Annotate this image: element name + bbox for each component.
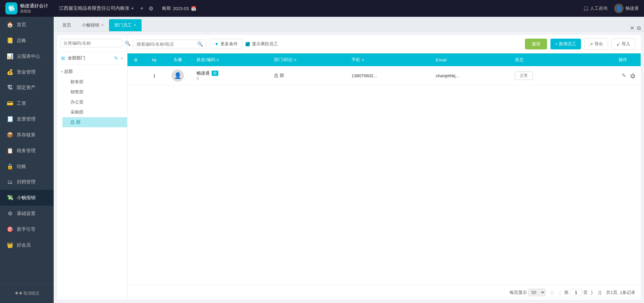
sidebar-item-label: 税务管理 [17,148,36,154]
logo-icon: 畅 [5,2,17,14]
tax-icon: 📋 [7,147,13,154]
sidebar-item-closing[interactable]: 🔒 结账 [0,159,54,174]
phone-sort-icon: ⇅ [362,58,364,62]
page-label: 页 [583,290,588,296]
th-settings[interactable]: ⚙ [127,53,144,66]
name-sort-icon: ⇅ [216,58,219,62]
sidebar-item-label: 总账 [17,38,26,44]
close-dept-tab[interactable]: × [134,23,136,28]
tab-bar: 首页 小畅报销 × 部门员工 × ✕ ⧉ [54,17,644,32]
main-layout: 🏠 首页 📒 总账 📊 云报表中心 💰 资金管理 🏗 固定资产 💳 工资 🧾 发… [0,17,644,303]
dept-child-general[interactable]: 总 部 [62,117,127,127]
th-name[interactable]: 姓名/编码 ⇅ [191,53,269,66]
export-label: 导出 [594,41,603,47]
edit-button[interactable]: ✎ [622,73,626,79]
add-employee-button[interactable]: + 新增员工 [550,39,581,49]
service-label: 人工咨询 [590,5,607,11]
import-button[interactable]: ↙ 导入 [611,38,635,50]
unpin-button[interactable]: ◀◀ 取消固定 [0,288,54,299]
tab-dept-label: 部门员工 [114,22,132,28]
dept-edit-icon[interactable]: ✎ [114,55,118,61]
dept-child-finance[interactable]: 财务部 [62,77,127,87]
sidebar-item-ledger[interactable]: 📒 总账 [0,33,54,48]
sidebar-item-expense[interactable]: 💸 小畅报销 [0,190,54,206]
th-email: Email [430,53,509,66]
company-selector[interactable]: 江西服宝精品有限责任公司内账张 ▾ [59,5,133,11]
sidebar-item-settings[interactable]: ⚙ 基础设置 [0,206,54,221]
close-tab-action[interactable]: ✕ [630,25,634,31]
restore-tab-action[interactable]: ⧉ [637,25,641,31]
filter-label: 更多条件 [220,41,238,47]
home-icon: 🏠 [7,21,13,28]
sidebar-item-label: 归档管理 [17,179,36,185]
sidebar-item-label: 好会员 [17,242,31,248]
add-button[interactable]: + [140,5,143,11]
sidebar-item-invoice[interactable]: 🧾 发票管理 [0,111,54,127]
app-name: 畅捷通好会计 [20,3,48,9]
export-button[interactable]: ↗ 导出 [584,38,608,50]
tab-dept-employee[interactable]: 部门员工 × [109,19,142,31]
next-page-button[interactable]: ⟩ [589,289,595,296]
first-page-button[interactable]: ⟨⟨ [548,289,556,296]
last-page-button[interactable]: ⟩⟩ [596,289,603,296]
period-selector[interactable]: 账期 2023-03 📅 [162,5,196,11]
th-dept[interactable]: 部门/职位 ⇅ [269,53,346,66]
more-filter-button[interactable]: ▼ 更多条件 [210,39,242,49]
main-toolbar: 🔍 ▼ 更多条件 显示离职员工 邀请 + 新增员工 ↗ [127,35,641,53]
dept-child-sales[interactable]: 销售部 [62,87,127,97]
sidebar-item-guide[interactable]: 🎯 新手引导 [0,221,54,237]
department-panel: 🔍 ⊞ 全部部门 ✎ « ▾ 总部 [57,35,127,300]
row-phone: 138070602... [346,66,430,85]
page-number-input[interactable] [570,289,582,296]
topbar-right: 🎧 人工咨询 👤 畅捷通 [583,4,639,13]
sidebar-item-salary[interactable]: 💳 工资 [0,95,54,111]
child-purchase-label: 采购部 [70,109,84,115]
employee-code: 0 [197,76,263,81]
sidebar-item-label: 库存核算 [17,132,36,138]
row-actions: ✎ ⏻ [577,66,641,85]
app-edition: 旗舰版 [20,9,48,14]
filter-icon: ▼ [214,41,219,47]
dept-node-root[interactable]: ▾ 总部 [57,66,127,77]
sidebar: 🏠 首页 📒 总账 📊 云报表中心 💰 资金管理 🏗 固定资产 💳 工资 🧾 发… [0,17,54,303]
logout-button[interactable]: ⏻ [630,73,635,79]
show-resigned-checkbox[interactable]: 显示离职员工 [246,41,278,47]
page-size-select[interactable]: 20 50 100 [528,289,546,296]
employee-search-icon[interactable]: 🔍 [197,41,203,47]
child-general-label: 总 部 [70,119,80,125]
tab-home[interactable]: 首页 [57,19,76,31]
company-name: 江西服宝精品有限责任公司内账张 [59,5,129,11]
table: ⚙ № 头像 姓名/编码 ⇅ 部门/职位 ⇅ [127,53,641,85]
dept-search-input[interactable] [60,39,123,47]
dept-collapse-icon[interactable]: « [121,56,123,60]
sidebar-item-assets[interactable]: 🏗 固定资产 [0,80,54,95]
dept-child-purchase[interactable]: 采购部 [62,107,127,117]
sidebar-item-inventory[interactable]: 📦 库存核算 [0,127,54,143]
dept-search-bar: 🔍 [57,35,127,52]
row-avatar-cell: 👤 [164,66,191,85]
child-finance-label: 财务部 [70,79,84,85]
th-phone[interactable]: 手机 ⇅ [346,53,430,66]
user-menu[interactable]: 👤 畅捷通 [614,4,639,13]
sidebar-item-funds[interactable]: 💰 资金管理 [0,64,54,80]
sidebar-item-reports[interactable]: 📊 云报表中心 [0,48,54,64]
sidebar-item-members[interactable]: 👑 好会员 [0,237,54,253]
close-expense-tab[interactable]: × [101,23,104,28]
expand-arrow: ▾ [61,70,63,74]
page-size-selector: 每页显示 20 50 100 [509,289,546,296]
dept-child-office[interactable]: 办公室 [62,97,127,107]
all-dept-label: 全部部门 [68,55,85,61]
invite-button[interactable]: 邀请 [525,39,547,49]
tab-expense-label: 小畅报销 [82,22,99,28]
settings-button[interactable]: ⚙ [149,5,153,12]
tab-expense[interactable]: 小畅报销 × [76,19,109,31]
settings-icon: ⚙ [7,210,13,217]
sidebar-item-archive[interactable]: 🗂 归档管理 [0,174,54,190]
prev-page-button[interactable]: ⟨ [557,289,563,296]
sidebar-item-label: 首页 [17,22,26,28]
sidebar-item-home[interactable]: 🏠 首页 [0,17,54,33]
service-button[interactable]: 🎧 人工咨询 [583,5,607,11]
sidebar-item-tax[interactable]: 📋 税务管理 [0,143,54,159]
employee-search-input[interactable] [137,42,195,47]
resigned-checkbox-input[interactable] [246,42,250,46]
